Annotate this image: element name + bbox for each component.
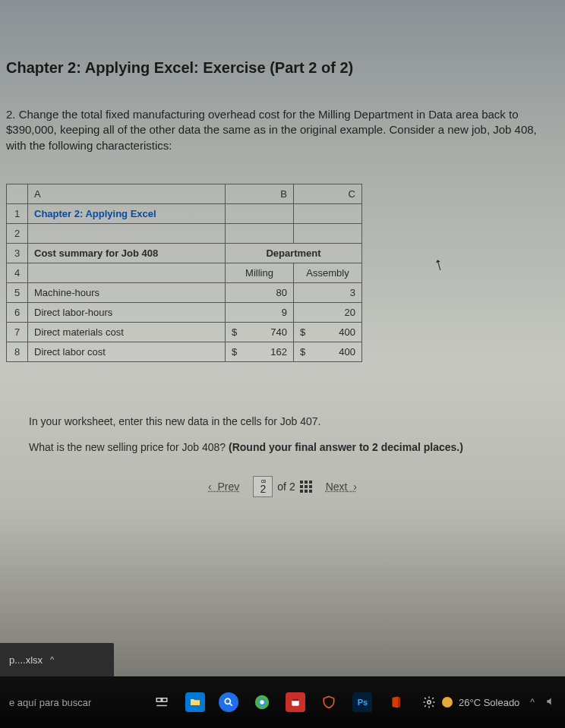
cell-value: 3 [294, 282, 362, 302]
row-num: 4 [7, 263, 28, 282]
followup-text-1: In your worksheet, enter this new data i… [6, 415, 559, 427]
taskbar-search[interactable]: e aquí para buscar [9, 697, 91, 708]
row-num: 5 [7, 282, 28, 302]
infinity-icon: 8 [259, 479, 267, 483]
search-icon[interactable] [219, 692, 238, 712]
weather-text: 26°C Soleado [459, 697, 519, 708]
col-header-c: C [294, 184, 362, 203]
table-row: 2 [7, 223, 362, 243]
table-row: 3 Cost summary for Job 408 Department [7, 243, 362, 263]
row-num: 3 [7, 243, 28, 263]
cell-label: Machine-hours [28, 282, 226, 302]
excel-table: A B C 1 Chapter 2: Applying Excel 2 3 Co… [6, 184, 362, 362]
table-row: 7 Direct materials cost $740 $400 [7, 322, 362, 342]
file-explorer-icon[interactable] [185, 692, 205, 712]
cell [226, 203, 294, 223]
cell-value: $162 [226, 342, 294, 361]
followup-text-2: What is the new selling price for Job 40… [6, 441, 559, 453]
taskbar: e aquí para buscar Ps 26°C Soleado [0, 676, 565, 728]
cell [226, 223, 294, 243]
svg-rect-9 [292, 699, 299, 701]
cell-chapter-link[interactable]: Chapter 2: Applying Excel [28, 203, 226, 223]
row-num: 2 [7, 223, 28, 243]
chevron-left-icon: ‹ [208, 481, 212, 493]
cell-value: $740 [226, 322, 294, 342]
chevron-up-icon: ^ [50, 655, 54, 664]
download-bar[interactable]: p....xlsx ^ [0, 643, 114, 676]
grid-icon[interactable] [300, 481, 312, 493]
sun-icon [442, 697, 453, 708]
page-title: Chapter 2: Applying Excel: Exercise (Par… [6, 59, 559, 77]
cell-milling-header: Milling [226, 263, 294, 282]
office-icon[interactable] [386, 692, 406, 712]
svg-line-4 [230, 704, 232, 706]
download-filename: p....xlsx [9, 654, 43, 666]
row-num: 1 [7, 203, 28, 223]
cell-label: Direct labor cost [28, 342, 226, 361]
cell-assembly-header: Assembly [294, 263, 362, 282]
chrome-icon[interactable] [252, 692, 272, 712]
svg-rect-0 [157, 698, 162, 702]
cell-department-header: Department [226, 243, 362, 263]
row-num: 8 [7, 342, 28, 361]
tray-chevron-icon[interactable]: ^ [530, 697, 535, 708]
table-row: 8 Direct labor cost $162 $400 [7, 342, 362, 361]
cell-label: Direct materials cost [28, 322, 226, 342]
cell-value: 20 [294, 302, 362, 322]
cell [28, 263, 226, 282]
page-total: of 2 [277, 481, 295, 493]
cell-cost-summary: Cost summary for Job 408 [28, 243, 226, 263]
svg-rect-1 [163, 698, 167, 702]
gear-icon[interactable] [419, 692, 439, 712]
table-row: 5 Machine-hours 80 3 [7, 282, 362, 302]
chevron-right-icon: › [353, 481, 357, 493]
cell-label: Direct labor-hours [28, 302, 226, 322]
page-number-box[interactable]: 8 2 [253, 476, 273, 497]
calendar-icon[interactable] [286, 692, 305, 712]
speaker-icon[interactable] [545, 696, 556, 709]
row-num: 7 [7, 322, 28, 342]
page-indicator: 8 2 of 2 [253, 476, 311, 497]
shield-icon[interactable] [319, 692, 339, 712]
cell-value: $400 [294, 322, 362, 342]
svg-point-10 [428, 701, 431, 704]
svg-point-7 [260, 700, 265, 704]
cell-value: 9 [226, 302, 294, 322]
pagination: ‹ Prev 8 2 of 2 Next › [6, 476, 559, 497]
cell-value: 80 [226, 282, 294, 302]
question-instructions: 2. Change the total fixed manufacturing … [6, 107, 559, 153]
col-header-b: B [226, 184, 294, 203]
svg-point-3 [226, 698, 231, 704]
table-row: 1 Chapter 2: Applying Excel [7, 203, 362, 223]
cell [294, 223, 362, 243]
weather-widget[interactable]: 26°C Soleado [442, 697, 519, 708]
row-num: 6 [7, 302, 28, 322]
col-header-blank [7, 184, 28, 203]
col-header-a: A [28, 184, 226, 203]
table-row: 6 Direct labor-hours 9 20 [7, 302, 362, 322]
next-button[interactable]: Next › [326, 481, 357, 493]
table-row: 4 Milling Assembly [7, 263, 362, 282]
cell [294, 203, 362, 223]
task-view-icon[interactable] [152, 692, 172, 712]
prev-button[interactable]: ‹ Prev [208, 481, 239, 493]
photoshop-icon[interactable]: Ps [352, 692, 372, 712]
cell [28, 223, 226, 243]
cell-value: $400 [294, 342, 362, 361]
